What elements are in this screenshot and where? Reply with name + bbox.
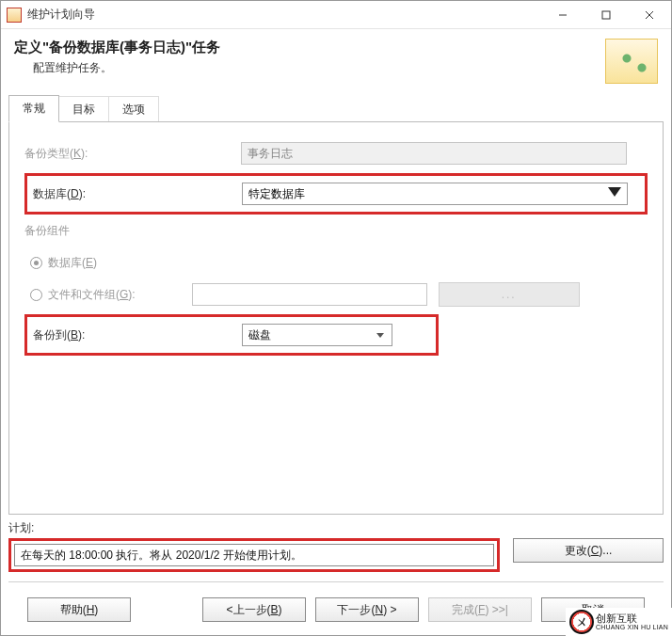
minimize-button[interactable]: [541, 1, 584, 28]
select-backup-to-value: 磁盘: [248, 327, 271, 343]
separator: [8, 581, 664, 582]
radio-files-label: 文件和文件组(G):: [48, 287, 136, 303]
page-title: 定义"备份数据库(事务日志)"任务: [14, 39, 605, 56]
tab-content-general: 备份类型(K): 事务日志 数据库(D): 特定数据库: [8, 121, 664, 515]
watermark-logo-icon: ㄨ: [569, 610, 594, 634]
svg-rect-1: [602, 11, 610, 19]
watermark-text-2: CHUANG XIN HU LIAN: [596, 624, 668, 631]
highlight-backup-to-row: 备份到(B): 磁盘: [24, 314, 439, 356]
radio-database: 数据库(E): [30, 255, 97, 271]
select-backup-to[interactable]: 磁盘: [242, 324, 392, 346]
chevron-down-icon: [373, 327, 388, 342]
tab-destination[interactable]: 目标: [58, 96, 109, 122]
browse-files-button: ...: [439, 282, 580, 307]
radio-icon: [30, 257, 42, 269]
select-database-value: 特定数据库: [248, 186, 305, 202]
watermark: ㄨ 创新互联 CHUANG XIN HU LIAN: [566, 608, 672, 636]
page-subtitle: 配置维护任务。: [33, 60, 605, 76]
label-database: 数据库(D):: [33, 186, 242, 202]
tab-options[interactable]: 选项: [108, 96, 159, 122]
app-icon: [7, 8, 22, 23]
back-button[interactable]: < 上一步(B): [202, 597, 306, 622]
wizard-icon: [605, 39, 658, 84]
radio-files: 文件和文件组(G):: [30, 287, 136, 303]
select-database[interactable]: 特定数据库: [242, 183, 628, 205]
highlight-database-row: 数据库(D): 特定数据库: [24, 173, 648, 215]
label-backup-to: 备份到(B):: [33, 327, 242, 343]
highlight-schedule: 在每天的 18:00:00 执行。将从 2020/1/2 开始使用计划。: [8, 538, 500, 572]
tab-strip: 常规 目标 选项: [8, 95, 664, 122]
page-header: 定义"备份数据库(事务日志)"任务 配置维护任务。: [1, 29, 671, 89]
label-schedule: 计划:: [8, 520, 664, 536]
select-backup-type-value: 事务日志: [248, 146, 293, 162]
select-backup-type: 事务日志: [241, 142, 627, 165]
tab-general[interactable]: 常规: [8, 95, 59, 122]
close-button[interactable]: [628, 1, 671, 28]
help-button[interactable]: 帮助(H): [27, 597, 131, 622]
label-backup-type: 备份类型(K):: [24, 146, 241, 162]
finish-button: 完成(F) >>|: [428, 597, 532, 622]
change-schedule-button[interactable]: 更改(C)...: [513, 538, 664, 563]
window-title: 维护计划向导: [27, 7, 95, 23]
chevron-down-icon: [608, 187, 621, 197]
input-files: [192, 283, 427, 306]
radio-database-label: 数据库(E): [48, 255, 97, 271]
watermark-text-1: 创新互联: [596, 612, 668, 624]
radio-icon: [30, 289, 42, 301]
input-schedule[interactable]: 在每天的 18:00:00 执行。将从 2020/1/2 开始使用计划。: [14, 544, 494, 566]
schedule-text: 在每天的 18:00:00 执行。将从 2020/1/2 开始使用计划。: [21, 548, 302, 564]
next-button[interactable]: 下一步(N) >: [315, 597, 419, 622]
maximize-button[interactable]: [584, 1, 628, 28]
label-backup-component: 备份组件: [24, 223, 241, 239]
